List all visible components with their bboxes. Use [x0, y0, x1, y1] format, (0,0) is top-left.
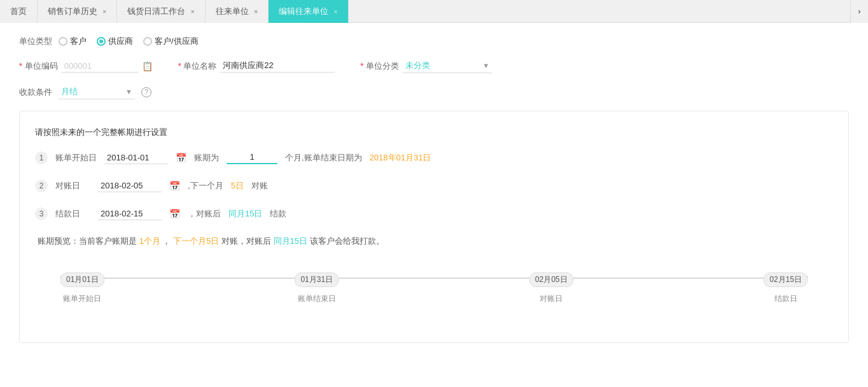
period-row-3: 3 结款日 📅 ，对账后 同月15日 结款 [35, 208, 833, 220]
period-for-text: 账期为 [194, 152, 219, 164]
tab-sales-order-history[interactable]: 销售订单历史 × [38, 0, 117, 23]
timeline-node-2: 01月31日 账单结束日 [295, 272, 339, 304]
period-months-label: 个月,账单结束日期为 [285, 152, 362, 164]
reconcile-suffix: 对账 [251, 180, 268, 192]
unit-category-arrow-icon: ▼ [480, 62, 492, 69]
tab-home[interactable]: 首页 [0, 0, 38, 23]
preview-same-day: 同月15日 [274, 236, 307, 246]
period-num-2: 2 [35, 179, 48, 192]
unit-type-radio-group: 客户 供应商 客户/供应商 [59, 36, 199, 47]
tab-partner-label: 往来单位 [216, 6, 249, 17]
reconcile-date-input[interactable] [98, 179, 162, 192]
period-label-3: 结款日 [55, 208, 90, 220]
period-settings-section: 请按照未来的一个完整帐期进行设置 1 账单开始日 📅 账期为 个月,账单结束日期… [19, 111, 849, 343]
timeline-node-1: 01月01日 账单开始日 [60, 272, 104, 304]
reconcile-day-highlight: 5日 [231, 180, 244, 192]
unit-category-select[interactable]: 未分类 ▼ [403, 59, 492, 73]
unit-code-input[interactable] [62, 60, 138, 73]
radio-supplier-label: 供应商 [108, 36, 133, 47]
unit-info-row: 单位编码 📋 单位名称 单位分类 未分类 ▼ [19, 59, 849, 73]
unit-code-group: 单位编码 📋 [19, 60, 153, 73]
period-num-1: 1 [35, 151, 48, 164]
months-input[interactable] [227, 151, 277, 164]
radio-supplier[interactable]: 供应商 [97, 36, 133, 47]
period-label-2: 对账日 [55, 180, 90, 192]
timeline-node-3: 02月05日 对账日 [529, 272, 573, 304]
timeline-nodes: 01月01日 账单开始日 01月31日 账单结束日 02月05日 对账日 02月… [60, 272, 808, 304]
radio-customer-label: 客户 [70, 36, 87, 47]
reconcile-date-calendar-icon[interactable]: 📅 [169, 181, 180, 191]
tab-sales-label: 销售订单历史 [48, 6, 97, 17]
radio-customer[interactable]: 客户 [59, 36, 87, 47]
period-label-1: 账单开始日 [55, 152, 97, 164]
unit-code-label: 单位编码 [19, 60, 58, 72]
section-title: 请按照未来的一个完整帐期进行设置 [35, 127, 833, 138]
node-label-1: 账单开始日 [63, 293, 101, 304]
payment-condition-label: 收款条件 [19, 87, 52, 98]
payment-suffix: 结款 [270, 208, 286, 220]
period-row-2: 2 对账日 📅 ,下一个月5日 对账 [35, 179, 833, 192]
unit-category-group: 单位分类 未分类 ▼ [360, 59, 492, 73]
payment-condition-arrow-icon: ▼ [123, 88, 135, 95]
preview-day: 下一个月5日 [173, 236, 219, 246]
period-row-1: 1 账单开始日 📅 账期为 个月,账单结束日期为 2018年01月31日 [35, 151, 833, 164]
tab-edit-close[interactable]: × [333, 8, 337, 15]
payment-day-highlight: 同月15日 [228, 208, 262, 220]
node-label-4: 结款日 [774, 293, 797, 304]
node-label-3: 对账日 [540, 293, 563, 304]
node-date-2: 01月31日 [295, 272, 339, 287]
unit-name-group: 单位名称 [178, 60, 335, 73]
unit-type-row: 单位类型 客户 供应商 客户/供应商 [19, 36, 849, 47]
unit-name-input[interactable] [220, 60, 335, 73]
node-label-2: 账单结束日 [298, 293, 336, 304]
reconcile-prefix: ,下一个月 [188, 180, 223, 192]
timeline-node-4: 02月15日 结款日 [764, 272, 808, 304]
node-date-3: 02月05日 [529, 272, 573, 287]
start-date-calendar-icon[interactable]: 📅 [176, 153, 186, 163]
payment-condition-select[interactable]: 月结 ▼ [59, 85, 135, 99]
tab-more-button[interactable]: › [850, 0, 868, 23]
preview-months: 1个月 [139, 236, 160, 246]
preview-text: 账期预览：当前客户账期是 1个月 ， 下一个月5日 对账，对账后 同月15日 该… [35, 236, 833, 247]
payment-date-calendar-icon[interactable]: 📅 [169, 209, 180, 219]
radio-supplier-circle [97, 37, 106, 46]
tabs-bar: 首页 销售订单历史 × 钱货日清工作台 × 往来单位 × 编辑往来单位 × › [0, 0, 868, 23]
end-date-highlight: 2018年01月31日 [370, 152, 431, 164]
payment-help-icon[interactable]: ? [141, 87, 151, 97]
payment-prefix: ，对账后 [188, 208, 221, 220]
radio-both[interactable]: 客户/供应商 [143, 36, 199, 47]
unit-category-value: 未分类 [403, 59, 480, 73]
unit-code-calendar-icon[interactable]: 📋 [142, 61, 153, 71]
payment-condition-row: 收款条件 月结 ▼ ? [19, 85, 849, 99]
preview-mid: 对账，对账后 [221, 236, 274, 246]
tab-cash-close[interactable]: × [190, 8, 194, 15]
unit-type-label: 单位类型 [19, 36, 52, 47]
tab-cash-label: 钱货日清工作台 [127, 6, 185, 17]
payment-condition-value: 月结 [59, 85, 123, 99]
tab-cash-work[interactable]: 钱货日清工作台 × [117, 0, 205, 23]
radio-both-circle [143, 37, 152, 46]
tab-edit-label: 编辑往来单位 [279, 6, 328, 17]
preview-label: 账期预览：当前客户账期是 [38, 236, 137, 246]
tab-edit-partner[interactable]: 编辑往来单位 × [269, 0, 348, 23]
node-date-1: 01月01日 [60, 272, 104, 287]
tab-partner-close[interactable]: × [254, 8, 258, 15]
radio-customer-circle [59, 37, 67, 46]
tab-home-label: 首页 [10, 6, 27, 17]
payment-date-input[interactable] [98, 208, 162, 220]
start-date-input[interactable] [104, 151, 168, 164]
radio-both-label: 客户/供应商 [155, 36, 199, 47]
unit-name-label: 单位名称 [178, 60, 217, 72]
unit-category-label: 单位分类 [360, 60, 399, 72]
tab-sales-close[interactable]: × [102, 8, 106, 15]
preview-sep1: ， [162, 236, 171, 246]
timeline-wrapper: 01月01日 账单开始日 01月31日 账单结束日 02月05日 对账日 02月… [35, 260, 833, 330]
node-date-4: 02月15日 [764, 272, 808, 287]
tab-partner-units[interactable]: 往来单位 × [206, 0, 269, 23]
preview-end: 该客户会给我打款。 [310, 236, 384, 246]
period-num-3: 3 [35, 208, 48, 220]
page-content: 单位类型 客户 供应商 客户/供应商 单位编码 📋 单位名称 [0, 23, 868, 387]
